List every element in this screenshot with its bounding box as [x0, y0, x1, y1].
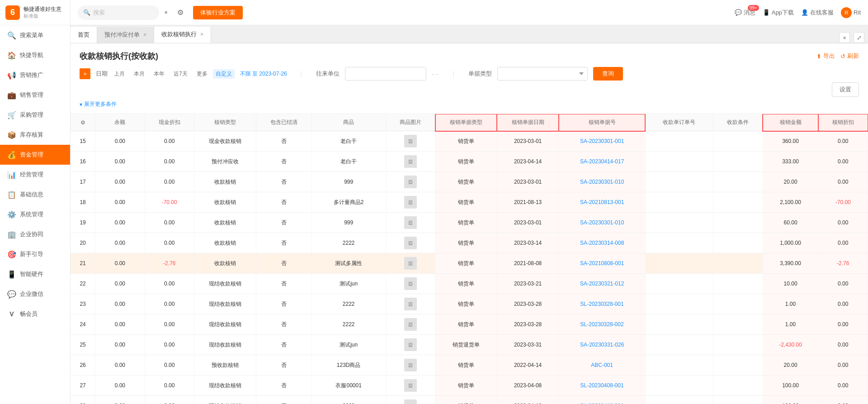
cell-cash-discount: -2.76	[145, 253, 194, 274]
sidebar-item-wechat[interactable]: 💬 企业微信	[0, 284, 70, 304]
topbar-gear-btn[interactable]: ⚙	[173, 5, 188, 20]
date-prev-month[interactable]: 上月	[110, 69, 128, 79]
th-writeoff-discount: 核销折扣	[818, 114, 868, 131]
cell-voucher-type: 销货单	[435, 192, 497, 213]
cell-writeoff-discount: 0.00	[818, 314, 868, 335]
sidebar-item-member[interactable]: V 畅会员	[0, 304, 70, 324]
voucher-no-link[interactable]: SA-20230321-012	[580, 280, 624, 287]
date-more[interactable]: 更多	[193, 69, 211, 79]
setting-btn[interactable]: 设置	[832, 82, 859, 97]
cell-writeoff-discount: -2.76	[818, 253, 868, 274]
sidebar-item-search[interactable]: 🔍 搜索菜单	[0, 25, 70, 45]
voucher-no-link[interactable]: SA-20230414-017	[580, 158, 624, 165]
tab-writeoff-close[interactable]: ×	[200, 31, 203, 38]
sidebar-item-quick-nav[interactable]: 🏠 快捷导航	[0, 45, 70, 65]
page-actions: ⬆ 导出 ↺ 刷新	[816, 52, 859, 60]
app-download-btn[interactable]: 📱 App下载	[763, 9, 794, 17]
cell-writeoff-amount: 10.00	[763, 274, 818, 294]
cell-goods-img: 🖼	[386, 172, 435, 192]
cell-writeoff-amount: 1.00	[763, 314, 818, 335]
cell-voucher-date: 2023-04-08	[497, 375, 559, 396]
data-table-container: ⚙ 余额 现金折扣 核销类型 包含已结清 商品 商品图片 核销单据类型 核销单据…	[71, 114, 868, 404]
cell-cash-discount: 0.00	[145, 294, 194, 314]
voucher-no-link[interactable]: ABC-001	[591, 362, 613, 368]
avatar: R	[841, 7, 852, 18]
cell-receipt-cond	[713, 274, 763, 294]
voucher-no-link[interactable]: SA-20230314-008	[580, 240, 624, 246]
message-btn[interactable]: 💬 消息 99+	[735, 9, 755, 17]
date-7days[interactable]: 近7天	[170, 69, 191, 79]
online-service-btn[interactable]: 👤 在线客服	[801, 9, 834, 17]
voucher-no-link[interactable]: SA-20210813-001	[580, 199, 624, 205]
cell-writeoff-type: 收款核销	[194, 253, 256, 274]
voucher-type-select[interactable]	[497, 67, 588, 81]
date-this-year[interactable]: 本年	[150, 69, 168, 79]
cell-cash-discount: 0.00	[145, 274, 194, 294]
cell-writeoff-type: 现金收款核销	[194, 131, 256, 152]
beginner-icon: 🎯	[7, 250, 16, 259]
sidebar-item-beginner[interactable]: 🎯 新手引导	[0, 244, 70, 264]
cell-no: 25	[71, 335, 95, 355]
query-btn[interactable]: 查询	[593, 67, 623, 81]
voucher-no-link[interactable]: SA-20230301-001	[580, 138, 624, 144]
tab-prepayment-close[interactable]: ×	[143, 32, 146, 38]
voucher-no-link[interactable]: SA-20230301-010	[580, 179, 624, 185]
sidebar-item-hardware[interactable]: 📱 智能硬件	[0, 264, 70, 284]
voucher-no-link[interactable]: SA-20230301-010	[580, 219, 624, 226]
topbar-search[interactable]: 🔍 搜索	[78, 5, 159, 20]
cell-no: 22	[71, 274, 95, 294]
cell-voucher-no: SA-20230331-026	[559, 335, 645, 355]
cell-voucher-date: 2023-03-28	[497, 294, 559, 314]
party-input[interactable]	[345, 67, 426, 81]
tab-close-btn[interactable]: ×	[839, 32, 850, 43]
cell-goods: 999	[311, 172, 386, 192]
cell-writeoff-discount: 0.00	[818, 233, 868, 253]
sidebar-item-finance[interactable]: 💰 资金管理	[0, 145, 70, 165]
cell-cash-discount: 0.00	[145, 335, 194, 355]
sidebar-item-base-info[interactable]: 📋 基础信息	[0, 185, 70, 204]
tab-writeoff[interactable]: 收款核销执行 ×	[154, 27, 211, 43]
expand-more-btn[interactable]: ▾ 展开更多条件	[80, 100, 859, 108]
tab-maximize-btn[interactable]: ⤢	[854, 32, 864, 43]
cell-receipt-cond	[713, 355, 763, 375]
sidebar: 6 畅捷通谁好生意 标准版 🔍 搜索菜单 🏠 快捷导航 📢 营销推广 💼 销售管…	[0, 0, 71, 404]
sidebar-item-purchase[interactable]: 🛒 采购管理	[0, 105, 70, 125]
cell-no: 15	[71, 131, 95, 152]
table-body: 15 0.00 0.00 现金收款核销 否 老白干 🖼 销货单 2023-03-…	[71, 131, 868, 404]
user-profile[interactable]: R Rit	[841, 7, 861, 18]
service-icon: 👤	[801, 9, 808, 16]
finance-icon: 💰	[7, 150, 16, 159]
cell-voucher-no: SA-20230414-017	[559, 152, 645, 172]
sidebar-logo: 6 畅捷通谁好生意 标准版	[0, 0, 70, 25]
cell-balance: 0.00	[95, 274, 145, 294]
cell-voucher-no: SL-20230328-001	[559, 294, 645, 314]
sidebar-item-marketing[interactable]: 📢 营销推广	[0, 65, 70, 85]
voucher-no-link[interactable]: SL-20230408-001	[580, 382, 624, 389]
table-row: 20 0.00 0.00 收款核销 否 2222 🖼 销货单 2023-03-1…	[71, 233, 868, 253]
base-info-icon: 📋	[7, 190, 16, 199]
cell-voucher-type: 销货单	[435, 294, 497, 314]
topbar-dropdown-arrow[interactable]: ▾	[165, 9, 168, 16]
sidebar-item-sales[interactable]: 💼 销售管理	[0, 85, 70, 105]
voucher-no-link[interactable]: SA-20230331-026	[580, 342, 624, 348]
sidebar-item-inventory[interactable]: 📦 库存核算	[0, 125, 70, 145]
date-this-month[interactable]: 本月	[130, 69, 148, 79]
filter-expand-btn[interactable]: »	[80, 68, 90, 79]
refresh-btn[interactable]: ↺ 刷新	[840, 52, 859, 60]
voucher-no-link[interactable]: SL-20230328-001	[580, 301, 624, 307]
voucher-no-link[interactable]: SA-20210808-001	[580, 260, 624, 266]
sidebar-item-enterprise[interactable]: 🏢 企业协同	[0, 224, 70, 244]
th-has-settled: 包含已结清	[256, 114, 311, 131]
date-custom[interactable]: 自定义	[213, 69, 235, 79]
industry-plan-btn[interactable]: 体验行业方案	[193, 6, 243, 19]
voucher-no-link[interactable]: SL-20230328-002	[580, 321, 624, 328]
wechat-icon: 💬	[7, 290, 16, 299]
sidebar-item-system[interactable]: ⚙️ 系统管理	[0, 204, 70, 224]
export-btn[interactable]: ⬆ 导出	[816, 52, 835, 60]
cell-writeoff-amount: 1.00	[763, 294, 818, 314]
tab-prepayment[interactable]: 预付冲应付单 ×	[97, 27, 154, 43]
tab-home[interactable]: 首页	[71, 27, 97, 43]
th-settings[interactable]: ⚙	[71, 114, 95, 131]
sidebar-item-business[interactable]: 📊 经营管理	[0, 165, 70, 185]
hardware-icon: 📱	[7, 270, 16, 279]
